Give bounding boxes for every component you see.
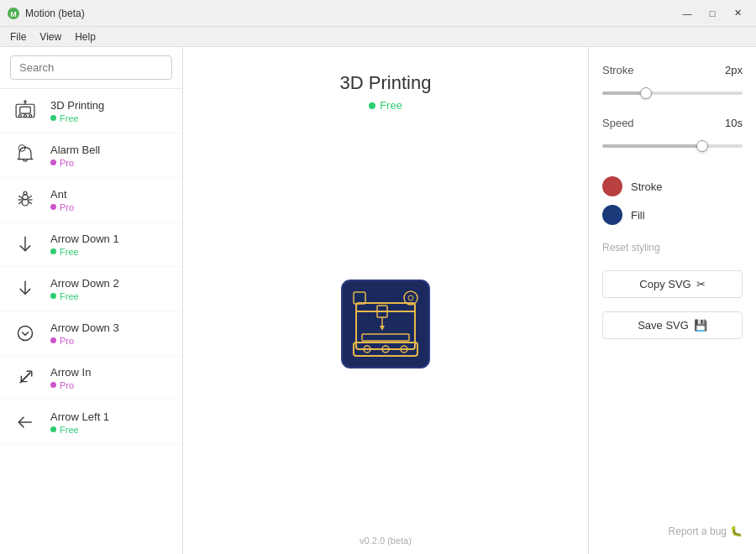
stroke-control-row: Stroke 2px	[602, 64, 743, 76]
report-bug[interactable]: Report a bug 🐛	[602, 525, 743, 537]
list-item-ant[interactable]: Ant Pro	[0, 178, 182, 222]
arrow-down-3-info: Arrow Down 3 Pro	[50, 321, 119, 346]
menu-view[interactable]: View	[33, 29, 68, 44]
right-panel: Stroke 2px Speed 10s Stroke	[588, 47, 756, 554]
3d-printing-name: 3D Printing	[50, 99, 104, 112]
speed-slider-track	[602, 144, 743, 148]
arrow-down-2-info: Arrow Down 2 Free	[50, 277, 119, 301]
stroke-slider-track	[602, 91, 743, 95]
window-controls: — □ ✕	[675, 2, 749, 25]
stroke-value: 2px	[725, 64, 743, 76]
svg-point-5	[24, 115, 26, 118]
copy-svg-label: Copy SVG	[639, 278, 690, 290]
badge-dot	[50, 204, 56, 210]
arrow-left-1-info: Arrow Left 1 Free	[50, 410, 109, 435]
report-bug-label: Report a bug	[669, 525, 727, 537]
icon-list: 3D Printing Free Alarm B	[0, 89, 182, 554]
reset-styling[interactable]: Reset styling	[602, 242, 743, 253]
list-item-arrow-down-1[interactable]: Arrow Down 1 Free	[0, 222, 182, 267]
version-text: v0.2.0 (beta)	[360, 536, 412, 546]
copy-svg-icon: ✂	[696, 278, 706, 290]
arrow-in-info: Arrow In Pro	[50, 366, 91, 390]
minimize-button[interactable]: —	[675, 2, 699, 25]
badge-dot	[50, 337, 56, 343]
center-title: 3D Printing	[340, 72, 432, 94]
stroke-slider-thumb[interactable]	[640, 87, 652, 99]
svg-point-4	[18, 115, 21, 118]
3d-printer-preview	[335, 274, 436, 374]
alarm-bell-info: Alarm Bell Pro	[50, 144, 100, 168]
svg-line-17	[28, 196, 32, 198]
title-bar-left: M Motion (beta)	[7, 7, 85, 20]
list-item-arrow-in[interactable]: Arrow In Pro	[0, 356, 182, 400]
save-svg-icon: 💾	[694, 319, 707, 332]
svg-point-8	[24, 101, 26, 102]
app-icon: M	[7, 7, 20, 20]
list-item-arrow-left-1[interactable]: Arrow Left 1 Free	[0, 400, 182, 445]
alarm-bell-name: Alarm Bell	[50, 144, 100, 156]
speed-control-row: Speed 10s	[602, 117, 743, 129]
svg-line-14	[18, 196, 23, 198]
arrow-left-1-icon	[10, 407, 40, 437]
speed-slider[interactable]	[602, 139, 743, 153]
menu-file[interactable]: File	[3, 29, 33, 44]
3d-printing-icon	[10, 96, 40, 126]
center-badge-text: Free	[380, 99, 402, 112]
fill-color-row: Fill	[602, 205, 743, 225]
speed-label: Speed	[602, 117, 634, 129]
alarm-bell-icon	[10, 140, 40, 170]
list-item-3d-printing[interactable]: 3D Printing Free	[0, 89, 182, 133]
ant-info: Ant Pro	[50, 188, 74, 212]
arrow-down-3-icon	[10, 318, 40, 348]
3d-printing-info: 3D Printing Free	[50, 99, 104, 123]
fill-color-label: Fill	[631, 209, 645, 222]
search-container	[0, 47, 182, 89]
ant-badge: Pro	[50, 202, 74, 212]
list-item-arrow-down-3[interactable]: Arrow Down 3 Pro	[0, 311, 182, 356]
title-bar: M Motion (beta) — □ ✕	[0, 0, 756, 27]
fill-color-swatch[interactable]	[602, 205, 622, 225]
close-button[interactable]: ✕	[726, 2, 749, 25]
menu-help[interactable]: Help	[68, 29, 102, 44]
badge-dot	[50, 426, 56, 432]
list-item-alarm-bell[interactable]: Alarm Bell Pro	[0, 133, 182, 178]
center-preview	[335, 112, 436, 536]
app-title: Motion (beta)	[25, 8, 85, 19]
svg-point-6	[29, 115, 32, 118]
list-item-arrow-down-2[interactable]: Arrow Down 2 Free	[0, 267, 182, 311]
arrow-left-1-badge: Free	[50, 425, 109, 435]
maximize-button[interactable]: □	[701, 2, 724, 25]
speed-slider-thumb[interactable]	[696, 140, 708, 152]
arrow-down-3-name: Arrow Down 3	[50, 321, 119, 334]
center-title-area: 3D Printing Free	[340, 72, 432, 112]
alarm-bell-badge: Pro	[50, 158, 100, 168]
badge-dot	[50, 382, 56, 388]
arrow-down-2-badge: Free	[50, 291, 119, 301]
center-badge: Free	[340, 99, 432, 112]
stroke-label: Stroke	[602, 64, 634, 76]
save-svg-button[interactable]: Save SVG 💾	[602, 311, 743, 339]
menu-bar: File View Help	[0, 27, 756, 47]
3d-printing-badge: Free	[50, 113, 104, 123]
center-area: 3D Printing Free	[183, 47, 588, 554]
ant-name: Ant	[50, 188, 74, 201]
save-svg-label: Save SVG	[638, 319, 689, 332]
badge-dot	[50, 115, 56, 121]
center-badge-dot	[369, 102, 375, 109]
arrow-in-badge: Pro	[50, 380, 91, 390]
badge-dot	[50, 293, 56, 299]
arrow-down-2-name: Arrow Down 2	[50, 277, 119, 290]
bug-icon: 🐛	[730, 525, 743, 537]
svg-rect-3	[20, 107, 30, 113]
arrow-down-3-badge: Pro	[50, 336, 119, 346]
stroke-slider[interactable]	[602, 86, 743, 100]
stroke-color-swatch[interactable]	[602, 176, 622, 196]
arrow-down-2-icon	[10, 274, 40, 304]
sidebar: 3D Printing Free Alarm B	[0, 47, 183, 554]
arrow-down-1-badge: Free	[50, 247, 119, 257]
copy-svg-button[interactable]: Copy SVG ✂	[602, 270, 743, 298]
arrow-in-name: Arrow In	[50, 366, 91, 379]
badge-dot	[50, 248, 56, 254]
search-input[interactable]	[10, 55, 172, 80]
stroke-color-label: Stroke	[631, 180, 663, 193]
